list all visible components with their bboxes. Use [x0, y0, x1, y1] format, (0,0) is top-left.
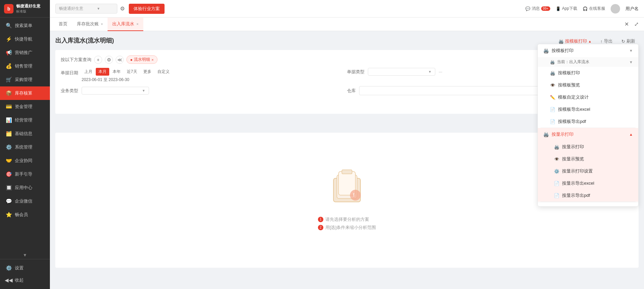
sidebar-item-label-inventory: 库存核算 [15, 90, 32, 96]
tabbar-right: ✕ ⤢ [623, 20, 640, 29]
biz-dropdown-icon: ▼ [142, 89, 145, 93]
refresh-icon: ↻ [621, 39, 625, 44]
sidebar-item-purchase[interactable]: 🛒 采购管理 [0, 73, 50, 86]
current-icon: 🖨️ [550, 60, 555, 64]
sidebar-item-label-apps: 应用中心 [15, 185, 32, 191]
tab-batch-close[interactable]: × [101, 22, 103, 26]
type-more-icon[interactable]: ··· [439, 69, 442, 74]
date-btn-this-year[interactable]: 本年 [110, 68, 123, 76]
dropdown-item-template-preview[interactable]: 👁️ 按模板预览 [538, 79, 638, 91]
sidebar-item-apps[interactable]: 🔲 应用中心 [0, 181, 50, 194]
date-btn-7days[interactable]: 近7天 [124, 68, 140, 76]
dropdown-item-template-print[interactable]: 🖨️ 按模板打印 [538, 67, 638, 79]
basic-icon: 🗂️ [5, 130, 12, 137]
biz-dropdown[interactable]: ▼ [82, 87, 149, 95]
filter-add-btn[interactable]: + [94, 56, 102, 64]
filter-tag-流水明细[interactable]: ● 流水明细 × [126, 55, 157, 64]
sidebar-item-operations[interactable]: 📊 经营管理 [0, 113, 50, 127]
template-print-section: 🖨️ 按模板打印 ▼ 🖨️ 当前：出入库流水 ▼ 🖨️ 按模板打印 👁️ 按模板… [538, 44, 638, 128]
industry-btn[interactable]: 体验行业方案 [129, 4, 165, 14]
user-avatar[interactable] [611, 4, 620, 14]
display-print-icon: 🖨️ [554, 144, 559, 150]
search-icon: 🔍 [5, 22, 12, 29]
date-controls: 上月 本月 本年 近7天 更多 自定义 2023-06-01 至 2023-06… [82, 68, 172, 83]
quicknav-icon: ⚡ [5, 36, 12, 43]
filter-collapse-btn[interactable]: ≪ [116, 56, 124, 64]
date-btn-last-month[interactable]: 上月 [82, 68, 95, 76]
sidebar-item-search[interactable]: 🔍 搜索菜单 [0, 19, 50, 32]
topbar: 畅捷通好生意 ▼ ⚙ 体验行业方案 💬 消息 99+ 📱 App下载 🎧 在线客… [50, 0, 644, 18]
type-dropdown[interactable]: ▼ [368, 68, 435, 76]
date-btn-custom[interactable]: 自定义 [155, 68, 172, 76]
sidebar-item-inventory[interactable]: 📦 库存核算 [0, 86, 50, 100]
dropdown-item-display-print[interactable]: 🖨️ 按显示打印 [538, 141, 638, 153]
user-name[interactable]: 用户名 [625, 6, 639, 12]
logo-icon: b [4, 4, 13, 14]
sidebar-item-collab[interactable]: 🤝 企业协同 [0, 154, 50, 167]
sidebar-item-collapse[interactable]: ◀◀ 收起 [0, 274, 50, 286]
date-label: 单据日期 [61, 68, 78, 76]
date-btn-more[interactable]: 更多 [141, 68, 154, 76]
print-dropdown: 🖨️ 按模板打印 ▼ 🖨️ 当前：出入库流水 ▼ 🖨️ 按模板打印 👁️ 按模板… [537, 44, 639, 207]
sidebar-item-basic[interactable]: 🗂️ 基础信息 [0, 127, 50, 140]
sidebar-bottom: ⚙️ 设置 ◀◀ 收起 [0, 259, 50, 289]
dropdown-item-display-settings[interactable]: ⚙️ 按显示打印设置 [538, 165, 638, 177]
dropdown-item-display-excel[interactable]: 📄 按显示导出excel [538, 177, 638, 189]
search-box[interactable]: 畅捷通好生意 ▼ [55, 4, 117, 14]
sidebar-item-finance[interactable]: 💳 资金管理 [0, 100, 50, 113]
filter-settings-btn[interactable]: ⚙ [105, 56, 113, 64]
tab-flow-close[interactable]: × [136, 22, 138, 26]
display-print-header[interactable]: 🖨️ 按显示打印 ▲ [538, 128, 638, 141]
template-print-header[interactable]: 🖨️ 按模板打印 ▼ [538, 44, 638, 57]
sidebar-item-quicknav[interactable]: ⚡ 快捷导航 [0, 32, 50, 46]
filter-date-cell: 单据日期 上月 本月 本年 近7天 更多 自定义 2023-06-01 至 20… [61, 68, 347, 83]
sidebar-item-system[interactable]: ⚙️ 系统管理 [0, 140, 50, 154]
topbar-left: 畅捷通好生意 ▼ ⚙ 体验行业方案 [55, 4, 525, 14]
online-service-btn[interactable]: 🎧 在线客服 [583, 6, 605, 11]
tab-flow[interactable]: 出入库流水 × [108, 18, 143, 31]
purchase-icon: 🛒 [5, 76, 12, 83]
sidebar-item-marketing[interactable]: 📢 营销推广 [0, 46, 50, 59]
tab-batch[interactable]: 库存批次账 × [72, 18, 108, 31]
guide-icon: 🎯 [5, 171, 12, 178]
svg-text:!: ! [353, 192, 355, 198]
close-all-btn[interactable]: ✕ [623, 20, 630, 29]
collab-icon: 🤝 [5, 157, 12, 164]
sidebar-item-member[interactable]: ⭐ 畅会员 [0, 208, 50, 221]
dropdown-item-display-pdf[interactable]: 📄 按显示导出pdf [538, 189, 638, 202]
inventory-icon: 📦 [5, 90, 12, 97]
tag-close-icon[interactable]: × [151, 58, 153, 62]
default-setting-row[interactable]: 📌 设置默认功能 ▼ [538, 202, 638, 206]
app-download-btn[interactable]: 📱 App下载 [556, 6, 577, 11]
display-section-arrow: ▲ [629, 132, 633, 136]
tag-icon: ● [130, 57, 133, 62]
sidebar-item-settings[interactable]: ⚙️ 设置 [0, 262, 50, 274]
dropdown-item-template-pdf[interactable]: 📄 按模板导出pdf [538, 115, 638, 128]
dropdown-item-template-design[interactable]: ✏️ 模板自定义设计 [538, 91, 638, 103]
page-title: 出入库流水(流水明细) [55, 36, 639, 45]
date-range: 2023-06-01 至 2023-06-30 [82, 77, 172, 83]
sidebar-item-sales[interactable]: 💰 销售管理 [0, 59, 50, 73]
sidebar-item-label-member: 畅会员 [15, 212, 28, 218]
topbar-gear-icon[interactable]: ⚙ [120, 5, 125, 12]
sidebar-item-label-purchase: 采购管理 [15, 77, 32, 83]
sidebar-item-wechat[interactable]: 💬 企业微信 [0, 194, 50, 208]
message-btn[interactable]: 💬 消息 99+ [525, 6, 550, 11]
expand-btn[interactable]: ⤢ [633, 20, 640, 29]
sidebar-scroll-down[interactable]: ▼ [0, 251, 50, 259]
dropdown-item-display-preview[interactable]: 👁️ 按显示预览 [538, 153, 638, 165]
display-print-section: 🖨️ 按显示打印 ▲ 🖨️ 按显示打印 👁️ 按显示预览 ⚙️ 按显示打印设置 … [538, 128, 638, 202]
print-arrow-icon: ▲ [588, 40, 592, 43]
sidebar-item-guide[interactable]: 🎯 新手引导 [0, 167, 50, 181]
tab-home[interactable]: 首页 [54, 18, 72, 31]
apps-icon: 🔲 [5, 184, 12, 191]
logo-text: 畅捷通好生意 标准版 [16, 3, 40, 14]
date-btn-this-month[interactable]: 本月 [96, 68, 109, 76]
dropdown-item-template-excel[interactable]: 📄 按模板导出excel [538, 103, 638, 115]
template-print-icon: 🖨️ [550, 71, 555, 76]
topbar-right: 💬 消息 99+ 📱 App下载 🎧 在线客服 用户名 [525, 4, 639, 14]
tip-2: 2 用[选]条件来缩小分析范围 [318, 225, 376, 231]
warehouse-label: 仓库 [347, 88, 356, 94]
search-dropdown-icon: ▼ [97, 7, 100, 10]
marketing-icon: 📢 [5, 49, 12, 56]
